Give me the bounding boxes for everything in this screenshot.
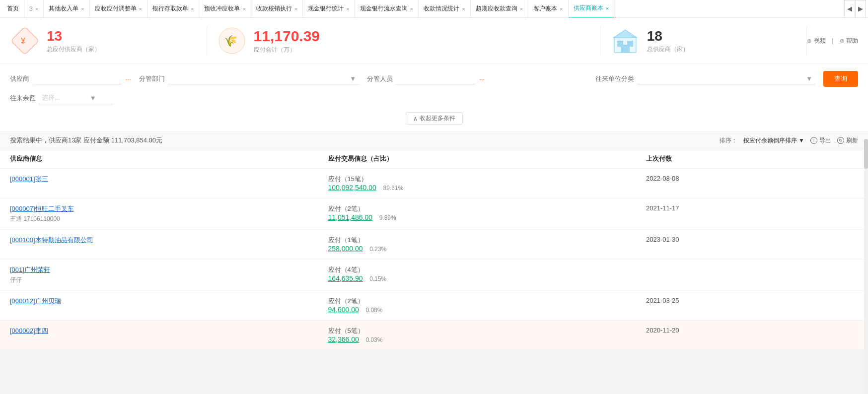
- sort-select[interactable]: 按应付余额倒序排序 ▼: [743, 136, 804, 145]
- result-bar: 搜索结果中，供应商13家 应付金额 111,703,854.00元 排序： 按应…: [0, 132, 868, 149]
- nav-tab-receipt-verify[interactable]: 收款核销执行 ×: [251, 0, 303, 18]
- nav-tab-bank-deposit[interactable]: 银行存取款单 ×: [147, 0, 199, 18]
- nav-tab-receipt-stat-label: 收款情况统计: [424, 4, 459, 13]
- scrollbar-thumb[interactable]: [864, 139, 868, 169]
- balance-placeholder: 选择...: [42, 93, 60, 102]
- supplier-link[interactable]: [000007]恒旺二手叉车: [10, 205, 74, 212]
- nav-tab-cash-bank-flow[interactable]: 现金银行流水查询 ×: [355, 0, 419, 18]
- diamond-icon: ¥: [10, 26, 40, 56]
- close-icon[interactable]: ×: [35, 6, 38, 12]
- filter-row-1: 供应商 ··· 分管部门 ▼ 分管人员 ··· 往来单位分类 ▼ 查询: [10, 71, 858, 87]
- svg-rect-7: [621, 45, 630, 53]
- filter-field-person: 分管人员 ···: [367, 73, 587, 84]
- supplier-dots-icon[interactable]: ···: [126, 75, 131, 83]
- export-icon: ↑: [810, 137, 817, 144]
- supplier-link[interactable]: [000001]张三: [10, 175, 48, 183]
- supplier-input[interactable]: [32, 73, 122, 84]
- txn-amount[interactable]: 94,600.00: [328, 306, 359, 314]
- summary-item-total-suppliers: 18 总供应商（家）: [600, 26, 807, 56]
- last-pay-date: 2021-11-17: [646, 204, 858, 212]
- nav-tab-ar-ap-adj-label: 应收应付调整单: [95, 4, 137, 13]
- close-icon[interactable]: ×: [242, 6, 245, 12]
- export-label: 导出: [819, 136, 831, 145]
- close-icon[interactable]: ×: [294, 6, 297, 12]
- scrollbar-track[interactable]: [864, 139, 868, 350]
- supplier-link[interactable]: [000012]广州贝瑞: [10, 297, 61, 305]
- nav-tab-overdue-ar[interactable]: 超期应收款查询 ×: [471, 0, 528, 18]
- filter-area: 供应商 ··· 分管部门 ▼ 分管人员 ··· 往来单位分类 ▼ 查询: [0, 64, 868, 132]
- close-icon[interactable]: ×: [139, 6, 142, 12]
- nav-tab-supplier-book[interactable]: 供应商账本 ×: [569, 0, 614, 18]
- video-help-link[interactable]: ⊙ 视频: [807, 37, 825, 45]
- close-icon[interactable]: ×: [346, 6, 349, 12]
- export-button[interactable]: ↑ 导出: [810, 136, 831, 145]
- nav-tab-cash-bank-stat[interactable]: 现金银行统计 ×: [303, 0, 355, 18]
- sort-chevron-down-icon: ▼: [798, 137, 804, 144]
- table-row: [000100]本特勒油品有限公司 应付（1笔） 258,000.00 0.23…: [0, 230, 868, 260]
- person-input[interactable]: [396, 73, 475, 84]
- supplier-link[interactable]: [000100]本特勒油品有限公司: [10, 236, 93, 244]
- refresh-label: 刷新: [846, 136, 858, 145]
- txn-amount[interactable]: 164,635.90: [328, 274, 363, 282]
- person-label: 分管人员: [367, 74, 393, 83]
- close-icon[interactable]: ×: [191, 6, 194, 12]
- close-icon[interactable]: ×: [81, 6, 84, 12]
- nav-next-button[interactable]: ▶: [855, 0, 866, 18]
- txn-label: 应付（1笔）: [328, 236, 647, 245]
- txn-amount[interactable]: 100,092,540.00: [328, 184, 376, 192]
- supplier-link[interactable]: [000002]李四: [10, 327, 48, 334]
- txn-label: 应付（2笔）: [328, 204, 647, 213]
- nav-tab-other-income[interactable]: 其他收入单 ×: [44, 0, 89, 18]
- nav-tab-receipt-stat[interactable]: 收款情况统计 ×: [419, 0, 470, 18]
- txn-label: 应付（15笔）: [328, 175, 647, 184]
- txn-info: 应付（15笔） 100,092,540.00 89.61%: [328, 175, 647, 192]
- nav-tab-ar-ap-adj[interactable]: 应收应付调整单 ×: [90, 0, 147, 18]
- sort-label: 排序：: [720, 136, 737, 145]
- txn-info: 应付（5笔） 32,366.00 0.03%: [328, 327, 647, 343]
- filter-field-category: 往来单位分类 ▼: [595, 73, 815, 84]
- dept-select[interactable]: ▼: [168, 73, 359, 84]
- txn-amount[interactable]: 11,051,486.00: [328, 213, 373, 221]
- balance-chevron-down-icon: ▼: [90, 94, 96, 102]
- nav-tab-home-label: 首页: [7, 4, 19, 13]
- close-icon[interactable]: ×: [520, 6, 523, 12]
- nav-tab-home[interactable]: 首页: [2, 0, 24, 18]
- last-pay-date: 2020-11-20: [646, 327, 858, 334]
- txn-amount[interactable]: 258,000.00: [328, 245, 363, 253]
- close-icon[interactable]: ×: [560, 6, 563, 12]
- nav-tab-3[interactable]: 3 ×: [24, 0, 44, 18]
- supplier-link[interactable]: [001]广州荣轩: [10, 266, 50, 273]
- nav-tab-overdue-ar-label: 超期应收款查询: [476, 4, 517, 13]
- txn-percent: 0.08%: [365, 307, 382, 314]
- col-header-txn: 应付交易信息（占比）: [328, 154, 647, 163]
- close-icon[interactable]: ×: [462, 6, 465, 12]
- close-icon[interactable]: ×: [606, 5, 609, 11]
- nav-tab-pre-receipt[interactable]: 预收冲应收单 ×: [199, 0, 251, 18]
- help-link[interactable]: ⊙ 帮助: [840, 37, 858, 45]
- close-icon[interactable]: ×: [410, 6, 413, 12]
- collapse-button[interactable]: ∧ 收起更多条件: [406, 112, 463, 125]
- last-pay-date: 2022-08-08: [646, 175, 858, 182]
- refresh-button[interactable]: ↻ 刷新: [837, 136, 858, 145]
- txn-info: 应付（2笔） 11,051,486.00 9.89%: [328, 204, 647, 221]
- nav-tab-other-income-label: 其他收入单: [49, 4, 78, 13]
- refresh-icon: ↻: [837, 137, 844, 144]
- category-chevron-down-icon: ▼: [806, 75, 812, 82]
- balance-select[interactable]: 选择... ▼: [39, 92, 113, 104]
- person-dots-icon[interactable]: ···: [479, 75, 485, 83]
- nav-prev-button[interactable]: ◀: [844, 0, 855, 18]
- svg-marker-8: [613, 30, 637, 38]
- search-button[interactable]: 查询: [823, 71, 858, 87]
- txn-amount[interactable]: 32,366.00: [328, 335, 359, 343]
- category-select[interactable]: ▼: [637, 73, 815, 84]
- category-label: 往来单位分类: [595, 74, 634, 83]
- sort-value: 按应付余额倒序排序: [743, 136, 797, 145]
- txn-percent: 89.61%: [383, 185, 403, 192]
- summary-item-payable-suppliers: ¥ 13 总应付供应商（家）: [10, 26, 207, 56]
- summary-content-payable-total: 11,170.39 应付合计（万）: [254, 28, 320, 54]
- nav-tab-customer-book[interactable]: 客户账本 ×: [528, 0, 568, 18]
- total-suppliers-label: 总供应商（家）: [647, 45, 689, 54]
- txn-percent: 0.03%: [365, 336, 382, 343]
- nav-tab-cash-bank-stat-label: 现金银行统计: [308, 4, 344, 13]
- dept-label: 分管部门: [139, 74, 165, 83]
